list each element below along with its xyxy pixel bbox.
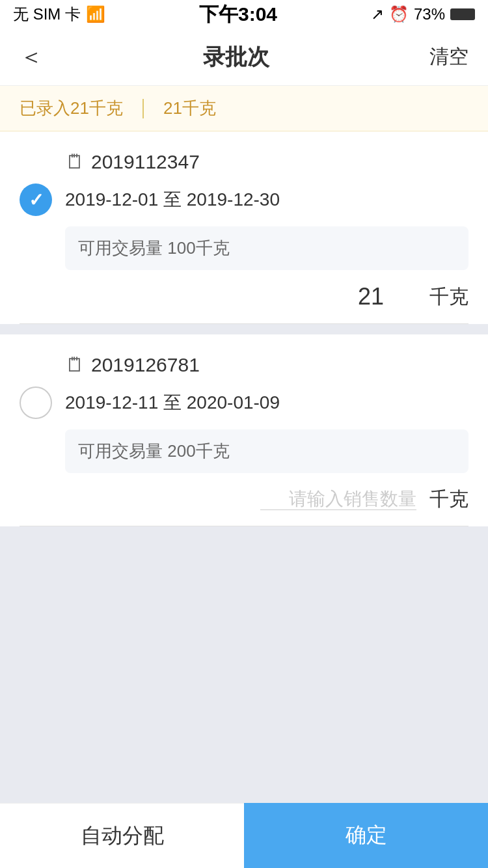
status-bar: 无 SIM 卡 📶 下午3:04 ↗ ⏰ 73% [0, 0, 488, 29]
banner-divider [142, 99, 144, 118]
available-qty-1: 可用交易量 100千克 [78, 238, 230, 258]
batch-id-row-1: 🗒 2019112347 [20, 151, 468, 173]
batch-item-2: 🗒 2019126781 2019-12-11 至 2020-01-09 可用交… [0, 334, 488, 473]
empty-area [0, 526, 488, 813]
batch-date-2: 2019-12-11 至 2020-01-09 [65, 390, 280, 415]
recorded-label: 已录入21千克 [20, 97, 123, 120]
batch-id-1: 2019112347 [91, 151, 200, 173]
section-divider [0, 324, 488, 334]
battery-icon [450, 8, 475, 20]
qty-input-2[interactable] [260, 489, 416, 510]
batch-date-row-1[interactable]: 2019-12-01 至 2019-12-30 [20, 183, 468, 216]
auto-distribute-button[interactable]: 自动分配 [0, 803, 244, 868]
page-title: 录批次 [203, 42, 269, 72]
batch-date-1: 2019-12-01 至 2019-12-30 [65, 187, 280, 212]
qty-row-2: 千克 [0, 473, 488, 526]
recorded-value: 21千克 [163, 97, 216, 120]
alarm-icon: ⏰ [389, 5, 409, 23]
location-icon: ↗ [371, 5, 384, 23]
info-banner: 已录入21千克 21千克 [0, 86, 488, 131]
available-qty-row-1: 可用交易量 100千克 [65, 226, 468, 270]
radio-1[interactable] [20, 183, 52, 216]
radio-2[interactable] [20, 387, 52, 419]
batch-date-row-2[interactable]: 2019-12-11 至 2020-01-09 [20, 387, 468, 419]
batch-icon-1: 🗒 [65, 151, 85, 173]
qty-row-1: 21 千克 [0, 270, 488, 323]
batch-card-1: 🗒 2019112347 2019-12-01 至 2019-12-30 可用交… [0, 131, 488, 324]
clear-button[interactable]: 清空 [429, 44, 468, 70]
battery-text: 73% [414, 5, 445, 23]
confirm-button[interactable]: 确定 [244, 803, 488, 868]
back-button[interactable]: ＜ [20, 41, 43, 73]
status-left: 无 SIM 卡 📶 [13, 4, 105, 25]
nav-bar: ＜ 录批次 清空 [0, 29, 488, 86]
bottom-bar: 自动分配 确定 [0, 803, 488, 868]
batch-icon-2: 🗒 [65, 354, 85, 376]
wifi-icon: 📶 [86, 5, 105, 23]
batch-card-2: 🗒 2019126781 2019-12-11 至 2020-01-09 可用交… [0, 334, 488, 526]
status-right: ↗ ⏰ 73% [371, 5, 475, 23]
qty-unit-1: 千克 [429, 284, 468, 310]
batch-id-row-2: 🗒 2019126781 [20, 354, 468, 376]
batch-id-2: 2019126781 [91, 354, 200, 376]
qty-unit-2: 千克 [429, 486, 468, 513]
qty-value-1: 21 [358, 283, 384, 310]
status-time: 下午3:04 [199, 1, 277, 28]
available-qty-2: 可用交易量 200千克 [78, 441, 230, 461]
batch-item-1: 🗒 2019112347 2019-12-01 至 2019-12-30 可用交… [0, 131, 488, 270]
carrier-text: 无 SIM 卡 [13, 4, 81, 25]
available-qty-row-2: 可用交易量 200千克 [65, 429, 468, 473]
